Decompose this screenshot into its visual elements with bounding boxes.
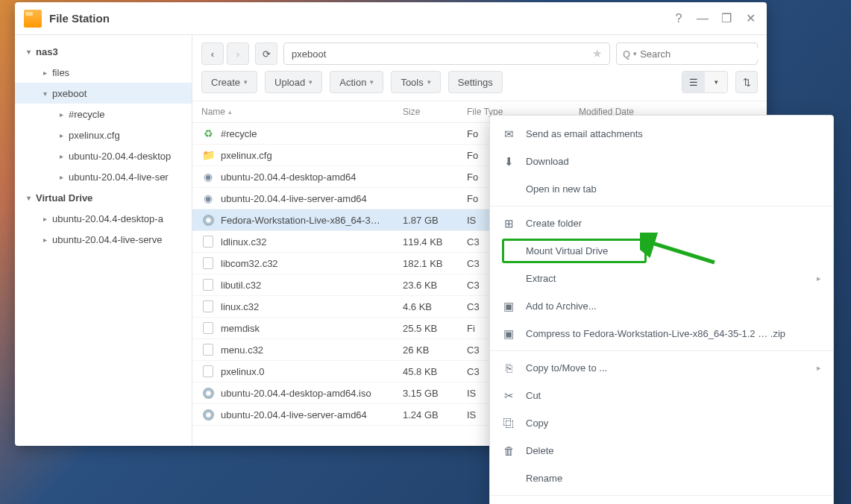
file-name: pxelinux.0 <box>221 366 265 377</box>
sidebar-item-ubuntu-20-04-4-live-ser[interactable]: ▸ubuntu-20.04.4-live-ser <box>15 166 192 187</box>
app-icon <box>24 10 42 28</box>
col-header-name[interactable]: Name▴ <box>192 107 403 117</box>
iso-icon <box>201 386 215 400</box>
tree-item-label: Virtual Drive <box>36 192 92 204</box>
context-menu-compress-to-fedora-workstation-live-x86-64-35-1-2-zip[interactable]: ▣Compress to Fedora-Workstation-Live-x86… <box>490 320 833 347</box>
tools-button[interactable]: Tools▾ <box>391 71 440 93</box>
file-name: ubuntu-20.04.4-desktop-amd64.iso <box>221 388 371 399</box>
tree-caret-icon: ▸ <box>57 152 66 160</box>
sidebar-item-ubuntu-20-04-4-live-serve[interactable]: ▸ubuntu-20.04.4-live-serve <box>15 229 192 250</box>
context-menu-extract[interactable]: Extract▸ <box>490 265 833 292</box>
file-size: 25.5 KB <box>403 323 467 334</box>
tree-caret-icon: ▸ <box>40 69 49 77</box>
file-name: pxelinux.cfg <box>221 150 272 161</box>
action-button[interactable]: Action▾ <box>330 71 383 93</box>
context-menu-rename[interactable]: Rename <box>490 464 833 492</box>
context-menu-item-icon: ⿻ <box>502 417 515 429</box>
col-header-size[interactable]: Size <box>403 107 467 117</box>
view-mode-group: ☰ ▾ <box>682 71 728 93</box>
tree-caret-icon: ▾ <box>40 89 49 98</box>
context-menu-item-label: Create folder <box>526 218 582 229</box>
close-button[interactable]: ✕ <box>743 11 758 26</box>
tree-item-label: ubuntu-20.04.4-live-ser <box>69 171 169 183</box>
context-menu-cut[interactable]: ✂Cut <box>490 382 833 409</box>
context-menu-item-icon: ▣ <box>502 327 515 341</box>
view-list-button[interactable]: ☰ <box>682 72 705 92</box>
context-menu-copy-to-move-to[interactable]: ⎘Copy to/Move to ...▸ <box>490 354 833 382</box>
context-menu-add-to-archive[interactable]: ▣Add to Archive... <box>490 292 833 320</box>
context-menu-separator <box>490 206 833 207</box>
file-name: ldlinux.c32 <box>221 236 266 248</box>
context-menu-create-desktop-shortcut[interactable]: Create desktop shortcut <box>490 499 833 504</box>
file-icon <box>201 256 215 270</box>
path-input[interactable]: pxeboot ★ <box>283 42 610 65</box>
file-name: Fedora-Workstation-Live-x86_64-3… <box>221 215 380 226</box>
recycle-icon: ♻ <box>201 127 215 140</box>
sidebar-item-ubuntu-20-04-4-desktop-a[interactable]: ▸ubuntu-20.04.4-desktop-a <box>15 208 192 229</box>
context-menu-item-icon: ✉ <box>502 127 515 141</box>
favorite-star-icon[interactable]: ★ <box>592 47 602 60</box>
file-size: 119.4 KB <box>403 236 467 248</box>
context-menu-item-label: Open in new tab <box>526 183 597 195</box>
file-size: 45.8 KB <box>403 366 467 377</box>
sidebar-item-files[interactable]: ▸files <box>15 62 192 83</box>
file-size: 23.6 KB <box>403 280 467 291</box>
tree-caret-icon: ▸ <box>57 131 66 139</box>
sidebar-item-ubuntu-20-04-4-desktop[interactable]: ▸ubuntu-20.04.4-desktop <box>15 145 192 166</box>
titlebar: File Station ? — ❐ ✕ <box>15 2 767 35</box>
file-name: menu.c32 <box>221 344 263 356</box>
context-menu-item-icon: ⬇ <box>502 155 515 168</box>
nav-forward-button[interactable]: › <box>227 42 249 65</box>
context-menu-item-label: Copy <box>526 418 548 429</box>
minimize-button[interactable]: — <box>695 11 710 26</box>
tree-item-label: pxelinux.cfg <box>69 130 120 141</box>
window-controls: ? — ❐ ✕ <box>671 11 758 26</box>
context-menu-open-in-new-tab[interactable]: Open in new tab <box>490 175 833 203</box>
context-menu-create-folder[interactable]: ⊞Create folder <box>490 210 833 237</box>
search-input[interactable] <box>640 48 765 60</box>
file-size: 182.1 KB <box>403 258 467 269</box>
sidebar-item-virtual-drive[interactable]: ▾Virtual Drive <box>15 187 192 208</box>
search-icon: Q <box>623 48 630 60</box>
settings-button[interactable]: Settings <box>448 71 503 93</box>
context-menu-send-as-email-attachments[interactable]: ✉Send as email attachments <box>490 120 833 148</box>
sidebar-item-pxelinux-cfg[interactable]: ▸pxelinux.cfg <box>15 125 192 145</box>
context-menu-download[interactable]: ⬇Download <box>490 148 833 175</box>
file-name: libutil.c32 <box>221 280 261 291</box>
sort-button[interactable]: ⇅ <box>735 71 758 93</box>
create-button[interactable]: Create▾ <box>201 71 257 93</box>
context-menu-item-label: Mount Virtual Drive <box>526 245 608 256</box>
sidebar-item-nas3[interactable]: ▾nas3 <box>15 41 192 62</box>
context-menu-item-label: Send as email attachments <box>526 128 643 139</box>
mount-icon: ◉ <box>201 170 215 183</box>
file-icon <box>201 343 215 356</box>
context-menu-item-icon: ✂ <box>502 389 515 403</box>
file-size: 1.24 GB <box>403 409 467 420</box>
context-menu-delete[interactable]: 🗑Delete <box>490 437 833 464</box>
app-title: File Station <box>49 12 671 25</box>
file-size: 1.87 GB <box>403 215 467 226</box>
nav-back-button[interactable]: ‹ <box>201 42 224 65</box>
tree-caret-icon: ▾ <box>24 194 33 202</box>
context-menu-separator <box>490 350 833 351</box>
refresh-button[interactable]: ⟳ <box>255 42 277 65</box>
sidebar-item--recycle[interactable]: ▸#recycle <box>15 104 192 125</box>
file-name: ubuntu-20.04.4-desktop-amd64 <box>221 171 356 183</box>
context-menu-mount-virtual-drive[interactable]: Mount Virtual Drive <box>490 237 833 265</box>
submenu-arrow-icon: ▸ <box>817 274 821 283</box>
file-name: ubuntu-20.04.4-live-server-amd64 <box>221 193 367 204</box>
sidebar-item-pxeboot[interactable]: ▾pxeboot <box>15 83 192 104</box>
context-menu-item-icon: ⊞ <box>502 217 515 230</box>
context-menu-item-label: Add to Archive... <box>526 300 597 312</box>
context-menu-copy[interactable]: ⿻Copy <box>490 409 833 437</box>
file-name: #recycle <box>221 128 257 139</box>
search-box[interactable]: Q▾ <box>616 42 758 65</box>
help-button[interactable]: ? <box>671 11 686 26</box>
tree-item-label: nas3 <box>36 46 58 57</box>
context-menu-item-icon: ▣ <box>502 300 515 313</box>
maximize-button[interactable]: ❐ <box>719 11 734 26</box>
file-size: 4.6 KB <box>403 301 467 312</box>
upload-button[interactable]: Upload▾ <box>265 71 322 93</box>
view-dropdown-button[interactable]: ▾ <box>705 72 727 92</box>
context-menu: ✉Send as email attachments⬇DownloadOpen … <box>489 115 834 504</box>
